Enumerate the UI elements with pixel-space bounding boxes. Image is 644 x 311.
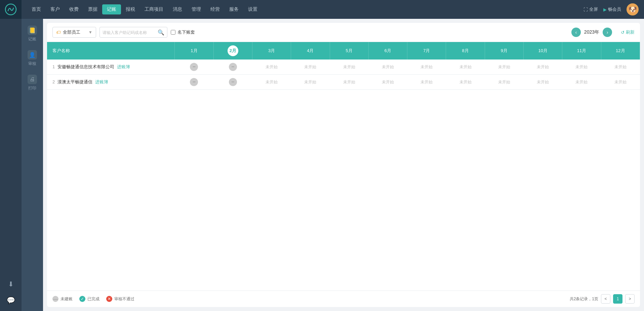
cell-month-6: 未开始 [368, 75, 407, 90]
cell-month-4: 未开始 [291, 75, 330, 90]
status-not-started: 未开始 [498, 65, 510, 69]
status-not-started: 未开始 [614, 80, 627, 84]
cell-month-5: 未开始 [330, 60, 368, 75]
nav-home[interactable]: 首页 [27, 4, 46, 14]
nav-accounting[interactable]: 记账 [102, 4, 121, 14]
nav-invoice[interactable]: 票据 [83, 4, 102, 14]
cell-month-11: 未开始 [562, 60, 601, 75]
sub-item-ledger[interactable]: 📒 记账 [22, 22, 43, 46]
status-not-started: 未开始 [420, 80, 433, 84]
sub-item-audit-label: 审核 [28, 61, 36, 67]
th-month-1: 1月 [175, 42, 213, 60]
status-not-started: 未开始 [343, 65, 355, 69]
nav-operation[interactable]: 经营 [206, 4, 225, 14]
enter-ledger-link[interactable]: 进账簿 [95, 79, 108, 84]
search-input-wrapper: 🔍 [99, 27, 167, 38]
x-icon: ✕ [108, 297, 111, 301]
sub-item-ledger-label: 记账 [28, 36, 36, 42]
status-not-started: 未开始 [537, 80, 549, 84]
fullscreen-icon: ⛶ [583, 7, 588, 12]
nav-tax[interactable]: 报税 [121, 4, 140, 14]
fullscreen-label: 全屏 [589, 6, 598, 12]
row-number: 1 [52, 64, 55, 69]
th-month-3: 3月 [252, 42, 291, 60]
cell-month-9: 未开始 [485, 75, 523, 90]
refresh-icon: ↺ [621, 30, 625, 35]
legend-dot-grey: — [52, 296, 58, 302]
status-not-started: 未开始 [420, 65, 433, 69]
sub-sidebar: 📒 记账 👤 审核 🖨 打印 [22, 19, 43, 311]
download-icon[interactable]: ⬇ [4, 277, 17, 291]
th-month-9: 9月 [485, 42, 523, 60]
company-name-text: 漠澳太平畅捷通信 [57, 79, 92, 84]
status-not-started: 未开始 [266, 65, 278, 69]
accounts-under-me-checkbox[interactable]: 名下账套 [171, 29, 195, 35]
search-input[interactable] [103, 30, 156, 35]
content-area: 📒 记账 👤 审核 🖨 打印 🏷 全部员工 ▼ [22, 19, 644, 311]
year-nav: ‹ 2023年 › [571, 28, 612, 37]
employee-select[interactable]: 🏷 全部员工 ▼ [52, 27, 96, 38]
refresh-button[interactable]: ↺ 刷新 [621, 29, 635, 35]
enter-ledger-link[interactable]: 进账簿 [117, 64, 130, 69]
row-number: 2 [52, 79, 55, 84]
audit-icon: 👤 [28, 50, 37, 60]
dropdown-arrow-icon: ▼ [88, 30, 92, 35]
th-month-8: 8月 [446, 42, 485, 60]
status-not-started: 未开始 [304, 80, 316, 84]
nav-message[interactable]: 消息 [168, 4, 187, 14]
next-page-button[interactable]: > [625, 294, 635, 304]
search-icon: 🔍 [158, 29, 164, 36]
nav-service[interactable]: 服务 [225, 4, 243, 14]
accounts-under-me-input[interactable] [171, 30, 175, 35]
status-dot: − [229, 63, 237, 71]
support-icon[interactable]: 💬 [4, 294, 17, 307]
member-label: 畅会员 [608, 6, 621, 12]
member-button[interactable]: ▶ 畅会员 [603, 6, 621, 12]
print-icon: 🖨 [28, 75, 37, 84]
current-month-badge: 2月 [228, 45, 238, 56]
cell-month-2: − [213, 60, 252, 75]
cell-month-12: 未开始 [601, 75, 640, 90]
status-not-started: 未开始 [575, 65, 588, 69]
minus-icon-grey: — [53, 296, 58, 302]
nav-customer[interactable]: 客户 [46, 4, 65, 14]
refresh-label: 刷新 [626, 29, 635, 35]
prev-year-button[interactable]: ‹ [571, 28, 581, 37]
legend-rejected: ✕ 审核不通过 [106, 296, 134, 302]
main-area: 首页 客户 收费 票据 记账 报税 工商项目 消息 管理 经营 服务 设置 ⛶ … [22, 0, 644, 311]
th-month-7: 7月 [407, 42, 446, 60]
page-1-button[interactable]: 1 [613, 294, 622, 304]
app-logo[interactable] [0, 0, 22, 19]
search-button[interactable]: 🔍 [158, 29, 164, 36]
th-customer-name: 客户名称 [47, 42, 175, 60]
legend-not-built: — 未建账 [52, 296, 73, 302]
pagination: 共2条记录，1页 < 1 > [570, 294, 635, 304]
th-month-5: 5月 [330, 42, 368, 60]
sub-item-print[interactable]: 🖨 打印 [22, 71, 43, 95]
th-month-10: 10月 [524, 42, 562, 60]
status-not-started: 未开始 [459, 80, 472, 84]
legend-dot-teal: ✓ [79, 296, 85, 302]
next-year-button[interactable]: › [603, 28, 612, 37]
table-row: 2漠澳太平畅捷通信进账簿−−未开始未开始未开始未开始未开始未开始未开始未开始未开… [47, 75, 640, 90]
cell-company-name: 1安徽畅捷通信息技术有限公司进账簿 [47, 60, 175, 75]
nav-settings[interactable]: 设置 [243, 4, 262, 14]
fullscreen-button[interactable]: ⛶ 全屏 [583, 6, 598, 12]
th-month-6: 6月 [368, 42, 407, 60]
employee-icon: 🏷 [56, 30, 61, 35]
status-not-started: 未开始 [498, 80, 510, 84]
main-table: 客户名称 1月 2月 3月 4月 5月 6月 7月 8月 [47, 42, 640, 90]
th-month-11: 11月 [562, 42, 601, 60]
cell-month-10: 未开始 [524, 75, 562, 90]
total-records-text: 共2条记录，1页 [570, 296, 598, 302]
company-name-text: 安徽畅捷通信息技术有限公司 [57, 64, 114, 69]
prev-page-button[interactable]: < [601, 294, 610, 304]
user-avatar[interactable]: 🐶 [627, 3, 639, 15]
table-footer: — 未建账 ✓ 已完成 ✕ 审核不通过 [47, 290, 640, 307]
nav-manage[interactable]: 管理 [187, 4, 206, 14]
cell-month-5: 未开始 [330, 75, 368, 90]
legend-dot-red: ✕ [106, 296, 112, 302]
nav-billing[interactable]: 收费 [65, 4, 83, 14]
nav-business[interactable]: 工商项目 [140, 4, 168, 14]
sub-item-audit[interactable]: 👤 审核 [22, 46, 43, 71]
